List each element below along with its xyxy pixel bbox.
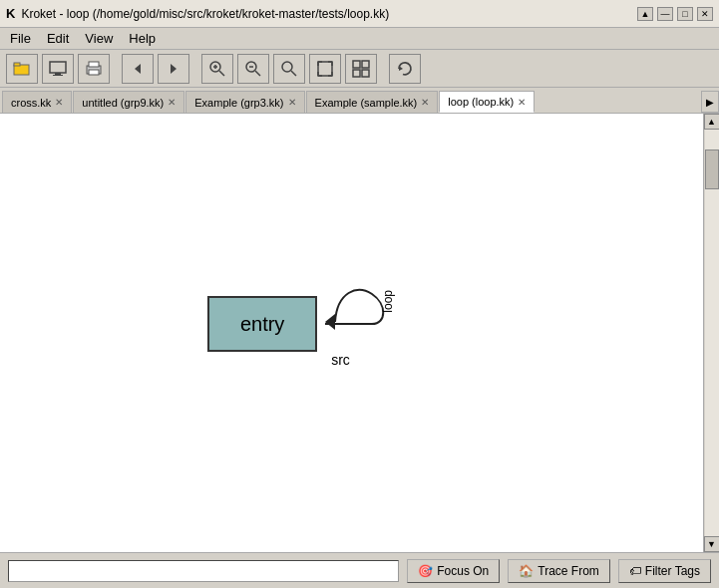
svg-marker-9: [171, 64, 177, 74]
tab-loop[interactable]: loop (loop.kk) ✕: [439, 91, 535, 113]
maximize-button[interactable]: —: [657, 7, 673, 21]
scroll-up-button[interactable]: ▲: [704, 114, 720, 130]
svg-marker-32: [399, 66, 403, 71]
filter-tags-button[interactable]: 🏷 Filter Tags: [618, 559, 711, 583]
tab-sample[interactable]: Example (sample.kk) ✕: [306, 91, 439, 113]
zoom-out-button[interactable]: [237, 54, 269, 84]
tab-close-sample[interactable]: ✕: [421, 97, 429, 108]
print-icon: [85, 61, 103, 77]
filter-tags-icon: 🏷: [629, 564, 641, 578]
statusbar: 🎯 Focus On 🏠 Trace From 🏷 Filter Tags: [0, 552, 719, 588]
menu-view[interactable]: View: [79, 29, 119, 48]
tabs: cross.kk ✕ untitled (grp9.kk) ✕ Example …: [0, 88, 719, 114]
svg-rect-3: [55, 73, 61, 75]
scroll-thumb[interactable]: [705, 149, 719, 189]
tab-grp3[interactable]: Example (grp3.kk) ✕: [185, 91, 304, 113]
titlebar: K Kroket - loop (/home/gold/misc/src/kro…: [0, 0, 719, 28]
svg-rect-19: [318, 62, 332, 76]
open-button[interactable]: [6, 54, 38, 84]
focus-on-button[interactable]: 🎯 Focus On: [407, 559, 500, 583]
titlebar-left: K Kroket - loop (/home/gold/misc/src/kro…: [6, 6, 389, 21]
zoom-fit-icon: [280, 60, 298, 78]
scroll-track[interactable]: [705, 130, 719, 536]
trace-from-button[interactable]: 🏠 Trace From: [508, 559, 610, 583]
forward-button[interactable]: [158, 54, 189, 84]
main-area: entry loop src ▲ ▼: [0, 114, 719, 552]
menu-edit[interactable]: Edit: [41, 29, 75, 48]
src-label: src: [331, 352, 350, 368]
fit-window-button[interactable]: [309, 54, 341, 84]
zoom-in-button[interactable]: [201, 54, 233, 84]
svg-marker-8: [135, 64, 141, 74]
svg-rect-7: [89, 70, 99, 75]
diagram: entry loop src: [207, 284, 397, 364]
tab-cross[interactable]: cross.kk ✕: [2, 91, 72, 113]
svg-rect-30: [353, 70, 360, 77]
search-input[interactable]: [8, 560, 399, 582]
entry-node[interactable]: entry: [207, 296, 317, 352]
minimize-button[interactable]: ▲: [637, 7, 653, 21]
entry-label: entry: [240, 313, 284, 336]
scroll-down-button[interactable]: ▼: [704, 536, 720, 552]
svg-rect-1: [14, 63, 20, 66]
grid-icon: [352, 60, 370, 78]
refresh-icon: [396, 60, 414, 78]
tab-close-cross[interactable]: ✕: [55, 97, 63, 108]
tab-label: Example (sample.kk): [315, 97, 418, 109]
tab-label: Example (grp3.kk): [194, 97, 283, 109]
menu-file[interactable]: File: [4, 29, 37, 48]
loop-arrow: loop src: [317, 284, 397, 364]
svg-line-13: [219, 71, 224, 76]
svg-rect-2: [50, 62, 66, 73]
tab-close-grp9[interactable]: ✕: [168, 97, 176, 108]
tab-close-grp3[interactable]: ✕: [288, 97, 296, 108]
tab-label: untitled (grp9.kk): [82, 97, 164, 109]
menu-help[interactable]: Help: [123, 29, 162, 48]
forward-icon: [167, 62, 180, 76]
zoom-out-icon: [244, 60, 262, 78]
fit-window-icon: [316, 60, 334, 78]
app-icon: K: [6, 6, 15, 21]
zoom-fit-button[interactable]: [273, 54, 305, 84]
vertical-scrollbar[interactable]: ▲ ▼: [703, 114, 719, 552]
zoom-in-icon: [208, 60, 226, 78]
screen-icon: [49, 61, 67, 77]
print-button[interactable]: [78, 54, 110, 84]
back-button[interactable]: [122, 54, 154, 84]
grid-button[interactable]: [345, 54, 377, 84]
titlebar-title: Kroket - loop (/home/gold/misc/src/kroke…: [21, 7, 389, 21]
tab-label: loop (loop.kk): [448, 96, 514, 108]
menubar: File Edit View Help: [0, 28, 719, 50]
tab-grp9[interactable]: untitled (grp9.kk) ✕: [73, 91, 184, 113]
focus-on-label: Focus On: [437, 564, 489, 578]
svg-rect-4: [53, 75, 63, 76]
back-icon: [131, 62, 145, 76]
focus-on-icon: 🎯: [418, 564, 433, 578]
svg-rect-28: [353, 61, 360, 68]
svg-point-17: [282, 62, 292, 72]
toolbar: [0, 50, 719, 88]
tab-label: cross.kk: [11, 97, 51, 109]
refresh-button[interactable]: [389, 54, 421, 84]
titlebar-controls[interactable]: ▲ — □ ✕: [637, 7, 713, 21]
svg-rect-31: [362, 70, 369, 77]
svg-marker-33: [325, 314, 335, 330]
tab-close-loop[interactable]: ✕: [518, 97, 526, 108]
loop-label: loop: [381, 290, 395, 313]
screen-button[interactable]: [42, 54, 74, 84]
tab-scroll-right[interactable]: ▶: [701, 91, 719, 113]
svg-rect-6: [89, 62, 99, 67]
trace-from-icon: 🏠: [519, 564, 534, 578]
restore-button[interactable]: □: [677, 7, 693, 21]
open-icon: [13, 61, 31, 77]
svg-line-18: [291, 71, 296, 76]
svg-line-16: [255, 71, 260, 76]
canvas[interactable]: entry loop src: [0, 114, 703, 552]
close-button[interactable]: ✕: [697, 7, 713, 21]
filter-tags-label: Filter Tags: [645, 564, 700, 578]
trace-from-label: Trace From: [538, 564, 599, 578]
svg-rect-29: [362, 61, 369, 68]
